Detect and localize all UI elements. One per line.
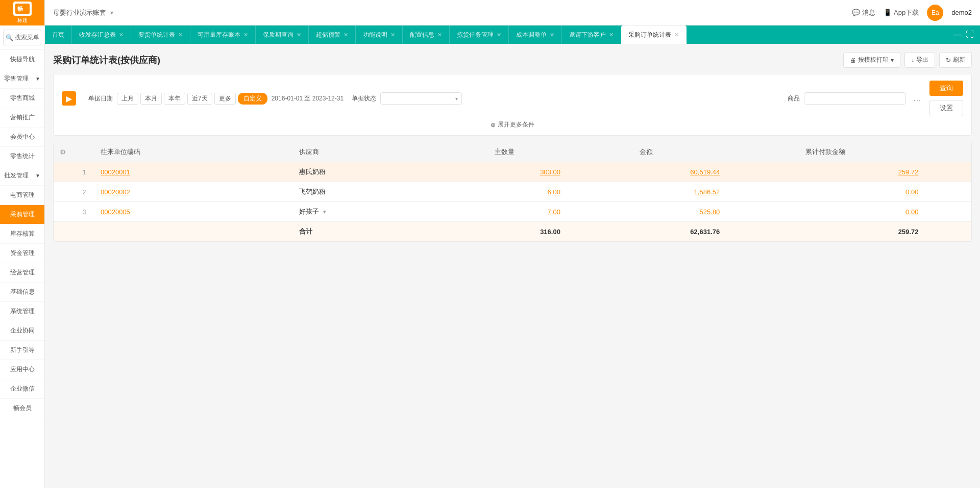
- sidebar-item-inventory[interactable]: 库存核算: [0, 224, 44, 244]
- sidebar-item-enterprise-wechat[interactable]: 企业微信: [0, 379, 44, 399]
- date-range-text: 2016-01-01 至 2023-12-31: [272, 94, 344, 103]
- sidebar-item-retail-stats[interactable]: 零售统计: [0, 147, 44, 166]
- paid-amount-link[interactable]: 0.00: [905, 208, 918, 216]
- main-area: 母婴行业演示账套 ▾ 💬 消息 📱 App下载 Ea demo2 首页 收发存汇…: [45, 0, 980, 488]
- tab-close-config-info[interactable]: ✕: [437, 32, 442, 38]
- table-row: 3 00020005 好孩子 ▾ 7.00 525.: [54, 202, 971, 222]
- footer-settings-cell: [54, 222, 74, 242]
- amount-cell: 525.80: [567, 202, 726, 222]
- tab-close-goods-stats[interactable]: ✕: [178, 32, 183, 38]
- footer-supplier-cell: 合计: [293, 222, 442, 242]
- table-row: 2 00020002 飞鹤奶粉 6.00 1,586.52: [54, 182, 971, 202]
- supplier-code-link[interactable]: 00020002: [101, 188, 130, 196]
- settings-button[interactable]: 设置: [929, 100, 963, 116]
- sidebar-item-retail-shop[interactable]: 零售商城: [0, 89, 44, 108]
- amount-link[interactable]: 1,586.52: [694, 188, 720, 196]
- sidebar-item-marketing[interactable]: 营销推广: [0, 108, 44, 127]
- paid-amount-cell: 0.00: [726, 182, 924, 202]
- tab-available-stock[interactable]: 可用量库存账本 ✕: [190, 25, 256, 44]
- message-button[interactable]: 💬 消息: [852, 8, 875, 17]
- status-select-wrapper: [380, 92, 462, 105]
- filter-panel: ▶ 单据日期 上月 本月 本年 近7天 更多 自定义 2016-01-01 至 …: [53, 74, 972, 136]
- sidebar-item-basic-info[interactable]: 基础信息: [0, 282, 44, 302]
- paid-amount-link[interactable]: 259.72: [898, 168, 919, 176]
- goods-filter-more-icon[interactable]: …: [913, 94, 921, 103]
- footer-amount-cell: 62,631.76: [567, 222, 726, 242]
- date-filter-label: 单据日期: [88, 94, 113, 103]
- tab-overstock-warning[interactable]: 超储预警 ✕: [309, 25, 356, 44]
- tab-close-function-desc[interactable]: ✕: [390, 32, 395, 38]
- amount-link[interactable]: 525.80: [699, 208, 720, 216]
- app-logo[interactable]: 畅 标题: [0, 0, 44, 25]
- sidebar-item-app-center[interactable]: 应用中心: [0, 360, 44, 379]
- sidebar: 畅 标题 🔍 搜索菜单 快捷导航 零售管理 ▼ 零售商城 营销推广 会员中心 零…: [0, 0, 45, 488]
- sidebar-item-purchase[interactable]: 采购管理: [0, 205, 44, 224]
- tab-close-available-stock[interactable]: ✕: [243, 32, 248, 38]
- expand-supplier-icon[interactable]: ▾: [323, 209, 326, 215]
- sidebar-item-new-guide[interactable]: 新手引导: [0, 341, 44, 360]
- sidebar-item-enterprise[interactable]: 企业协同: [0, 321, 44, 341]
- tab-home[interactable]: 首页: [45, 25, 72, 44]
- more-dates-button[interactable]: 更多: [214, 93, 236, 105]
- sidebar-item-retail-management[interactable]: 零售管理 ▼: [0, 69, 44, 89]
- tab-minimize-button[interactable]: —: [953, 31, 962, 39]
- status-select[interactable]: [380, 92, 462, 105]
- tab-receive-send[interactable]: 收发存汇总表 ✕: [72, 25, 131, 44]
- paid-amount-link[interactable]: 0.00: [905, 188, 918, 196]
- status-filter-label: 单据状态: [352, 94, 376, 103]
- tab-invite-downstream[interactable]: 邀请下游客户 ✕: [562, 25, 621, 44]
- tab-close-invite-downstream[interactable]: ✕: [609, 32, 614, 38]
- tab-purchase-order-stats[interactable]: 采购订单统计表 ✕: [621, 25, 687, 44]
- tab-cost-adjust[interactable]: 成本调整单 ✕: [509, 25, 562, 44]
- tab-close-receive-send[interactable]: ✕: [119, 32, 124, 38]
- tab-close-overstock-warning[interactable]: ✕: [344, 32, 348, 38]
- tab-close-shelf-life[interactable]: ✕: [297, 32, 301, 38]
- sidebar-item-vip[interactable]: 畅会员: [0, 399, 44, 418]
- user-avatar[interactable]: Ea: [927, 5, 943, 21]
- message-icon: 💬: [852, 9, 860, 16]
- supplier-code-column-header: 往来单位编码: [94, 142, 293, 162]
- paid-amount-column-header: 累计付款金额: [726, 142, 924, 162]
- sidebar-item-wholesale[interactable]: 批发管理 ▼: [0, 166, 44, 186]
- sidebar-item-finance[interactable]: 资金管理: [0, 244, 44, 263]
- search-menu-button[interactable]: 🔍 搜索菜单: [3, 30, 41, 45]
- tab-close-picking-task[interactable]: ✕: [497, 32, 501, 38]
- export-button[interactable]: ↓ 导出: [904, 52, 935, 68]
- amount-link[interactable]: 60,519.44: [690, 168, 720, 176]
- tab-close-cost-adjust[interactable]: ✕: [550, 32, 554, 38]
- sidebar-item-operations[interactable]: 经营管理: [0, 263, 44, 282]
- tab-shelf-life[interactable]: 保质期查询 ✕: [256, 25, 309, 44]
- tab-goods-stats[interactable]: 要货单统计表 ✕: [131, 25, 190, 44]
- print-template-button[interactable]: 🖨 按模板打印 ▾: [843, 52, 900, 68]
- quantity-link[interactable]: 6.00: [548, 188, 560, 196]
- tab-maximize-button[interactable]: ⛶: [966, 31, 974, 39]
- sidebar-item-member-center[interactable]: 会员中心: [0, 127, 44, 147]
- expand-more-conditions-button[interactable]: ⊕ 展开更多条件: [491, 120, 534, 129]
- tab-picking-task[interactable]: 拣货任务管理 ✕: [450, 25, 509, 44]
- workspace-title: 母婴行业演示账套: [53, 8, 106, 17]
- supplier-code-link[interactable]: 00020005: [101, 208, 130, 216]
- quantity-link[interactable]: 7.00: [548, 208, 560, 216]
- page-actions: 🖨 按模板打印 ▾ ↓ 导出 ↻ 刷新: [843, 52, 972, 68]
- workspace-dropdown-icon[interactable]: ▾: [110, 9, 113, 16]
- tab-function-desc[interactable]: 功能说明 ✕: [356, 25, 403, 44]
- app-download-button[interactable]: 📱 App下载: [884, 8, 919, 17]
- tab-close-purchase-order-stats[interactable]: ✕: [674, 32, 679, 38]
- 7days-button[interactable]: 近7天: [187, 93, 212, 105]
- sidebar-item-quick-nav[interactable]: 快捷导航: [0, 50, 44, 69]
- column-settings-icon[interactable]: ⚙: [60, 148, 66, 156]
- this-year-button[interactable]: 本年: [164, 93, 185, 105]
- last-month-button[interactable]: 上月: [117, 93, 138, 105]
- sidebar-item-system[interactable]: 系统管理: [0, 302, 44, 321]
- quantity-link[interactable]: 303.00: [540, 168, 560, 176]
- custom-date-button[interactable]: 自定义: [238, 93, 267, 105]
- filter-toggle-button[interactable]: ▶: [62, 91, 76, 106]
- refresh-button[interactable]: ↻ 刷新: [939, 52, 972, 68]
- supplier-code-link[interactable]: 00020001: [101, 168, 130, 176]
- query-button[interactable]: 查询: [929, 81, 963, 96]
- goods-filter-input[interactable]: [804, 92, 906, 105]
- extra-cell: [924, 202, 971, 222]
- sidebar-item-ecommerce[interactable]: 电商管理: [0, 186, 44, 205]
- tab-config-info[interactable]: 配置信息 ✕: [403, 25, 450, 44]
- this-month-button[interactable]: 本月: [140, 93, 162, 105]
